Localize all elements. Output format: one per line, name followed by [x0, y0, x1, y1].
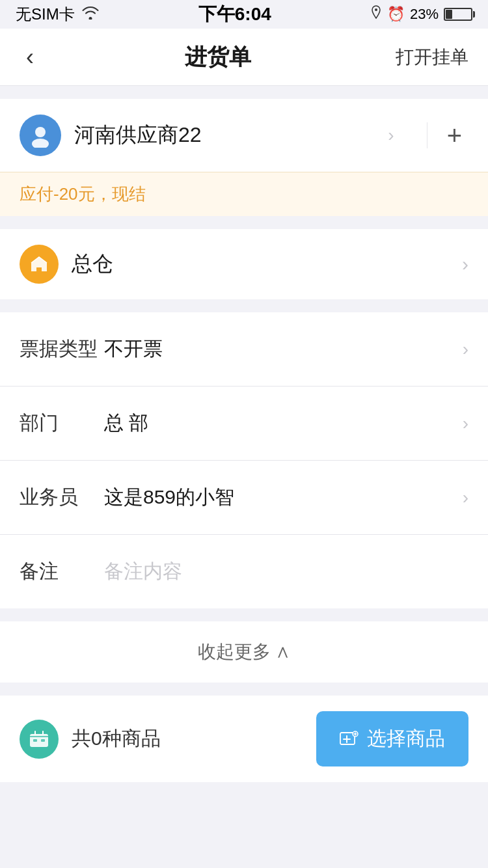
battery-label: 23%: [410, 6, 439, 23]
warehouse-icon: [20, 245, 59, 284]
warehouse-row[interactable]: 总仓 ›: [0, 229, 488, 299]
salesperson-row[interactable]: 业务员 这是859的小智 ›: [0, 461, 488, 535]
department-row[interactable]: 部门 总 部 ›: [0, 387, 488, 461]
salesperson-chevron-icon: ›: [463, 487, 468, 508]
department-chevron-icon: ›: [463, 413, 468, 434]
supplier-section: 河南供应商22 › + 应付-20元，现结: [0, 99, 488, 216]
supplier-avatar: [20, 115, 61, 156]
invoice-type-row[interactable]: 票据类型 不开票 ›: [0, 312, 488, 387]
select-product-button[interactable]: 选择商品: [316, 711, 468, 766]
invoice-type-label: 票据类型: [20, 336, 104, 362]
nav-bar: ‹ 进货单 打开挂单: [0, 29, 488, 86]
invoice-type-chevron-icon: ›: [463, 339, 468, 360]
alarm-icon: ⏰: [387, 6, 405, 23]
department-value: 总 部: [104, 410, 463, 437]
status-right: ⏰ 23%: [370, 5, 472, 23]
remark-label: 备注: [20, 558, 104, 585]
page-background: [0, 782, 488, 868]
supplier-divider: [427, 122, 427, 148]
supplier-name: 河南供应商22: [74, 121, 388, 150]
carrier-label: 无SIM卡: [16, 4, 75, 25]
svg-point-1: [35, 127, 46, 137]
supplier-row[interactable]: 河南供应商22 › +: [0, 99, 488, 172]
remark-row[interactable]: 备注 备注内容: [0, 535, 488, 608]
invoice-type-value: 不开票: [104, 336, 463, 362]
salesperson-label: 业务员: [20, 484, 104, 511]
form-section: 票据类型 不开票 › 部门 总 部 › 业务员 这是859的小智 › 备注 备注…: [0, 312, 488, 608]
battery-icon: [444, 8, 472, 21]
svg-rect-5: [33, 739, 37, 742]
department-label: 部门: [20, 410, 104, 437]
supplier-notice: 应付-20元，现结: [0, 172, 488, 216]
status-bar: 无SIM卡 下午6:04 ⏰ 23%: [0, 0, 488, 29]
location-icon: [370, 5, 382, 23]
product-count-label: 共0种商品: [72, 726, 303, 752]
warehouse-chevron-icon: ›: [462, 253, 468, 275]
select-product-label: 选择商品: [367, 726, 445, 752]
salesperson-value: 这是859的小智: [104, 484, 463, 511]
collapse-label: 收起更多 ∧: [198, 640, 291, 664]
svg-rect-6: [41, 739, 45, 742]
page-title: 进货单: [185, 42, 251, 72]
wifi-icon: [81, 5, 100, 23]
section-gap-1: [0, 86, 488, 99]
open-pending-button[interactable]: 打开挂单: [396, 45, 468, 70]
warehouse-name: 总仓: [72, 250, 462, 278]
back-button[interactable]: ‹: [20, 37, 40, 77]
svg-point-2: [32, 139, 49, 148]
status-left: 无SIM卡: [16, 4, 100, 25]
product-icon: [20, 720, 59, 759]
bottom-bar: 共0种商品 选择商品: [0, 696, 488, 782]
svg-point-0: [375, 8, 377, 11]
add-supplier-button[interactable]: +: [441, 121, 468, 150]
status-time: 下午6:04: [198, 2, 271, 27]
collapse-button[interactable]: 收起更多 ∧: [0, 621, 488, 683]
supplier-chevron-icon: ›: [388, 125, 394, 146]
svg-rect-4: [30, 734, 48, 747]
svg-rect-3: [36, 267, 42, 273]
remark-input[interactable]: 备注内容: [104, 558, 468, 585]
warehouse-section: 总仓 ›: [0, 229, 488, 299]
